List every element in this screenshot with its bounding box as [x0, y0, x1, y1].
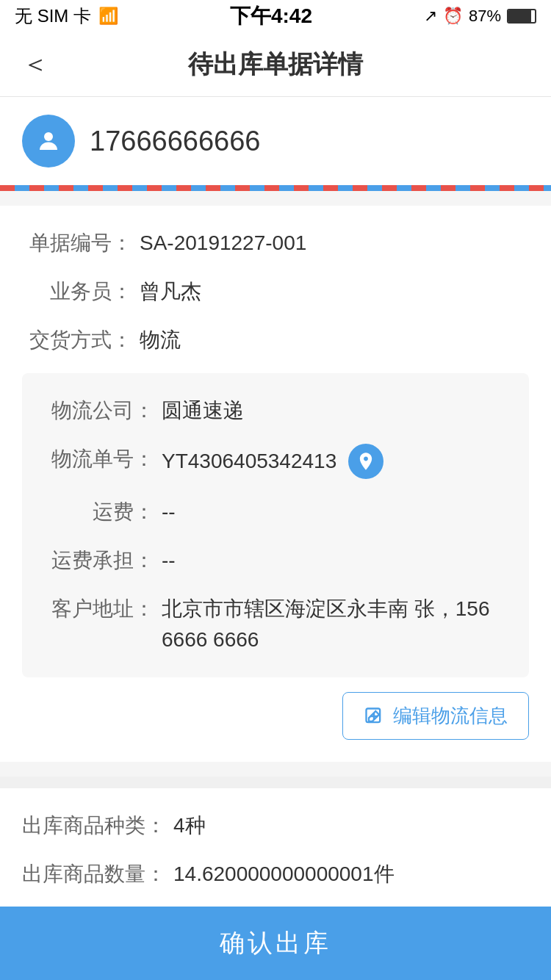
confirm-outbound-button[interactable]: 确认出库 [0, 907, 551, 980]
quantity-value: 14.620000000000001件 [173, 859, 529, 890]
location-icon [356, 451, 376, 472]
status-right: ↗ ⏰ 87% [424, 7, 536, 26]
document-number-value: SA-20191227-001 [140, 228, 529, 259]
person-icon [35, 128, 62, 154]
logistics-company-label: 物流公司： [44, 395, 162, 426]
logistics-company-value: 圆通速递 [162, 395, 507, 426]
wifi-icon: 📶 [98, 7, 118, 26]
avatar [22, 115, 75, 167]
sales-person-value: 曾凡杰 [140, 276, 529, 307]
back-button[interactable]: ＜ [15, 39, 56, 90]
tracking-number-value: YT4306405342413 [162, 444, 507, 479]
types-value: 4种 [173, 810, 529, 841]
battery-fill [508, 10, 531, 22]
edit-logistics-button[interactable]: 编辑物流信息 [342, 692, 529, 740]
freight-bearer-label: 运费承担： [44, 545, 162, 576]
quantity-row: 出库商品数量： 14.620000000000001件 [22, 859, 529, 890]
edit-icon [364, 706, 384, 727]
basic-info-section: 单据编号： SA-20191227-001 业务员： 曾凡杰 交货方式： 物流 … [0, 206, 551, 762]
freight-label: 运费： [44, 497, 162, 527]
freight-bearer-row: 运费承担： -- [44, 545, 507, 576]
page-title: 待出库单据详情 [188, 48, 363, 82]
dashed-divider [0, 185, 551, 191]
tracking-number-label: 物流单号： [44, 444, 162, 475]
address-value: 北京市市辖区海淀区永丰南 张，156 6666 6666 [162, 594, 507, 655]
location-icon: ↗ [424, 7, 437, 26]
freight-value: -- [162, 497, 507, 527]
types-row: 出库商品种类： 4种 [22, 810, 529, 841]
address-label: 客户地址： [44, 594, 162, 624]
user-row: 17666666666 [0, 97, 551, 185]
user-phone: 17666666666 [90, 126, 260, 157]
time-label: 下午4:42 [230, 2, 312, 30]
nav-bar: ＜ 待出库单据详情 [0, 32, 551, 97]
document-number-label: 单据编号： [22, 228, 140, 259]
delivery-method-value: 物流 [140, 325, 529, 356]
types-label: 出库商品种类： [22, 810, 173, 841]
delivery-method-label: 交货方式： [22, 325, 140, 356]
edit-btn-wrap: 编辑物流信息 [22, 692, 529, 740]
quantity-label: 出库商品数量： [22, 859, 173, 890]
freight-bearer-value: -- [162, 545, 507, 576]
section-divider [0, 777, 551, 788]
tracking-location-button[interactable] [348, 444, 383, 479]
logistics-company-row: 物流公司： 圆通速递 [44, 395, 507, 426]
svg-point-0 [44, 132, 53, 141]
document-number-row: 单据编号： SA-20191227-001 [22, 228, 529, 259]
sales-person-row: 业务员： 曾凡杰 [22, 276, 529, 307]
carrier-label: 无 SIM 卡 [15, 4, 91, 28]
status-bar: 无 SIM 卡 📶 下午4:42 ↗ ⏰ 87% [0, 0, 551, 32]
logistics-card: 物流公司： 圆通速递 物流单号： YT4306405342413 运费： -- [22, 373, 529, 677]
status-left: 无 SIM 卡 📶 [15, 4, 118, 28]
alarm-icon: ⏰ [443, 7, 463, 26]
freight-row: 运费： -- [44, 497, 507, 527]
address-row: 客户地址： 北京市市辖区海淀区永丰南 张，156 6666 6666 [44, 594, 507, 655]
battery-indicator [507, 9, 536, 24]
battery-label: 87% [469, 7, 501, 26]
sales-person-label: 业务员： [22, 276, 140, 307]
delivery-method-row: 交货方式： 物流 [22, 325, 529, 356]
tracking-number-row: 物流单号： YT4306405342413 [44, 444, 507, 479]
